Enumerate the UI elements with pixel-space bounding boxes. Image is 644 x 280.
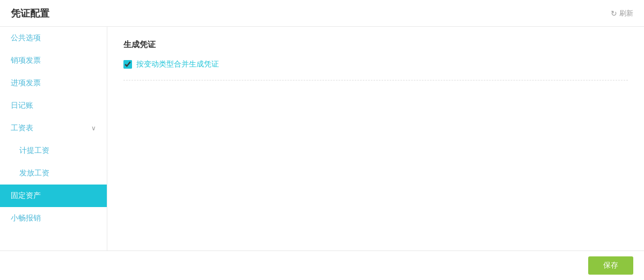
chevron-down-icon: ∨ bbox=[91, 124, 96, 132]
sidebar-item-payroll-pay[interactable]: 发放工资 bbox=[0, 162, 107, 185]
sidebar-item-label: 公共选项 bbox=[11, 33, 41, 43]
footer: 保存 bbox=[0, 250, 644, 280]
sidebar-item-label: 工资表 bbox=[11, 123, 33, 133]
sidebar-item-label: 日记账 bbox=[11, 101, 33, 110]
refresh-button[interactable]: ↻ 刷新 bbox=[611, 9, 633, 18]
sidebar-item-payroll-accrual[interactable]: 计提工资 bbox=[0, 139, 107, 162]
refresh-label: 刷新 bbox=[619, 9, 633, 18]
refresh-icon: ↻ bbox=[611, 9, 617, 18]
section-title: 生成凭证 bbox=[123, 40, 628, 50]
sidebar-item-sales-invoice[interactable]: 销项发票 bbox=[0, 49, 107, 72]
header: 凭证配置 ↻ 刷新 bbox=[0, 0, 644, 27]
sidebar-item-journal[interactable]: 日记账 bbox=[0, 94, 107, 117]
sidebar-item-label: 小畅报销 bbox=[11, 213, 41, 223]
sidebar-item-label: 固定资产 bbox=[11, 191, 41, 201]
sidebar-item-fixed-assets[interactable]: 固定资产 bbox=[0, 185, 107, 207]
sidebar-item-payroll-table[interactable]: 工资表∨ bbox=[0, 117, 107, 139]
save-button[interactable]: 保存 bbox=[588, 256, 633, 275]
sidebar-item-label: 发放工资 bbox=[19, 168, 49, 178]
merge-by-type-checkbox[interactable] bbox=[123, 60, 132, 69]
main-content: 公共选项销项发票进项发票日记账工资表∨计提工资发放工资固定资产小畅报销 生成凭证… bbox=[0, 27, 644, 250]
sidebar-item-label: 计提工资 bbox=[19, 146, 49, 156]
page-title: 凭证配置 bbox=[11, 7, 49, 20]
sidebar-item-label: 销项发票 bbox=[11, 56, 41, 65]
content-area: 生成凭证 按变动类型合并生成凭证 bbox=[107, 27, 644, 250]
sidebar-item-expense-report[interactable]: 小畅报销 bbox=[0, 207, 107, 230]
section-divider bbox=[123, 80, 628, 80]
sidebar-item-purchase-invoice[interactable]: 进项发票 bbox=[0, 72, 107, 94]
checkbox-row: 按变动类型合并生成凭证 bbox=[123, 60, 628, 69]
merge-by-type-label[interactable]: 按变动类型合并生成凭证 bbox=[136, 60, 219, 69]
sidebar: 公共选项销项发票进项发票日记账工资表∨计提工资发放工资固定资产小畅报销 bbox=[0, 27, 107, 250]
sidebar-item-public-options[interactable]: 公共选项 bbox=[0, 27, 107, 49]
sidebar-item-label: 进项发票 bbox=[11, 78, 41, 88]
